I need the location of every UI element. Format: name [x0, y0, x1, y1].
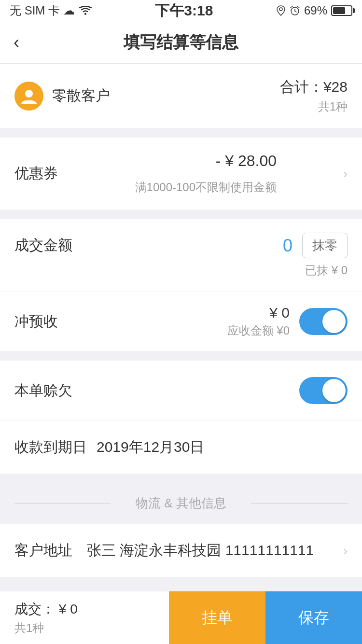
debt-row: 本单赊欠: [0, 361, 362, 420]
logistics-label: 物流 & 其他信息: [136, 496, 226, 510]
advance-label: 冲预收: [14, 312, 72, 332]
coupon-row[interactable]: 优惠券 - ¥ 28.00 满1000-100不限制使用金额 ›: [0, 138, 362, 210]
sim-label: 无 SIM 卡 ☁: [10, 3, 75, 18]
back-button[interactable]: ‹: [14, 32, 19, 53]
advance-toggle-knob: [322, 310, 346, 333]
transaction-label: 成交金额: [14, 236, 72, 255]
customer-left: 零散客户: [14, 82, 110, 111]
coupon-discount: - ¥ 28.00: [216, 152, 277, 170]
svg-point-0: [84, 13, 86, 15]
transaction-value[interactable]: 0: [244, 236, 292, 256]
round-zero-button[interactable]: 抹零: [302, 233, 348, 258]
customer-avatar: [14, 82, 43, 111]
battery-icon: [331, 5, 352, 16]
status-time: 下午3:18: [155, 1, 213, 21]
coupon-chevron: ›: [343, 166, 348, 182]
user-icon: [20, 87, 38, 105]
status-bar: 无 SIM 卡 ☁ 下午3:18 69%: [0, 0, 362, 21]
alarm-icon: [290, 5, 300, 16]
coupon-label: 优惠券: [14, 164, 72, 183]
due-date-row[interactable]: 收款到期日 2019年12月30日: [0, 420, 362, 474]
svg-point-3: [25, 90, 33, 98]
bottom-bar: 成交： ¥ 0 共1种 挂单 保存: [0, 591, 362, 644]
save-button[interactable]: 保存: [265, 591, 362, 644]
debt-toggle-knob: [322, 379, 346, 402]
coupon-desc: 满1000-100不限制使用金额: [135, 180, 277, 195]
address-chevron: ›: [343, 543, 348, 559]
advance-row: 冲预收 ¥ 0 应收金额 ¥0: [0, 292, 362, 351]
wifi-icon: [79, 6, 92, 15]
status-left: 无 SIM 卡 ☁: [10, 3, 92, 18]
advance-toggle[interactable]: [299, 308, 348, 335]
location-icon: [276, 5, 286, 16]
transaction-sub: 已抹 ¥ 0: [305, 264, 348, 277]
due-date-label: 收款到期日: [14, 437, 87, 457]
advance-receivable: 应收金额 ¥0: [227, 323, 290, 338]
address-row[interactable]: 客户地址 张三 海淀永丰科技园 11111111111 ›: [0, 524, 362, 577]
logistics-header: 物流 & 其他信息: [0, 483, 362, 523]
customer-section: 零散客户 合计：¥28 共1种: [0, 64, 362, 128]
debt-label: 本单赊欠: [14, 381, 72, 401]
battery-percent: 69%: [304, 4, 327, 17]
status-right: 69%: [276, 4, 352, 17]
bottom-deal: 成交： ¥ 0: [14, 600, 154, 618]
address-value: 张三 海淀永丰科技园 11111111111: [87, 541, 339, 560]
nav-bar: ‹ 填写结算等信息: [0, 21, 362, 64]
svg-point-1: [279, 8, 282, 11]
debt-toggle[interactable]: [299, 377, 348, 404]
address-label: 客户地址: [14, 541, 72, 560]
pending-button[interactable]: 挂单: [169, 591, 265, 644]
advance-amount: ¥ 0: [227, 305, 290, 321]
coupon-section: 优惠券 - ¥ 28.00 满1000-100不限制使用金额 ›: [0, 138, 362, 210]
customer-total: 合计：¥28: [280, 77, 348, 97]
page-title: 填写结算等信息: [124, 31, 238, 54]
bottom-count: 共1种: [14, 620, 154, 636]
advance-right: ¥ 0 应收金额 ¥0: [227, 305, 348, 338]
coupon-value: - ¥ 28.00 满1000-100不限制使用金额: [135, 152, 277, 195]
customer-right: 合计：¥28 共1种: [280, 77, 348, 114]
customer-count: 共1种: [280, 99, 348, 114]
debt-section: 本单赊欠 收款到期日 2019年12月30日: [0, 361, 362, 474]
customer-name: 零散客户: [52, 86, 110, 106]
content: 零散客户 合计：¥28 共1种 优惠券 - ¥ 28.00 满1000-100不…: [0, 64, 362, 644]
transaction-section: 成交金额 0 抹零 已抹 ¥ 0 冲预收 ¥ 0 应收金额 ¥0: [0, 219, 362, 351]
bottom-info: 成交： ¥ 0 共1种: [0, 591, 169, 644]
due-date-value: 2019年12月30日: [97, 437, 204, 457]
advance-amounts: ¥ 0 应收金额 ¥0: [227, 305, 290, 338]
